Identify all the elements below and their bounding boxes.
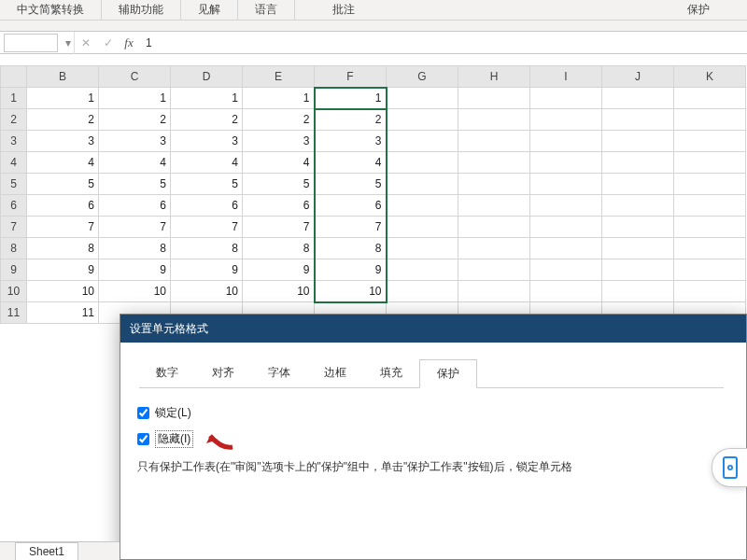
- col-header-J[interactable]: J: [602, 66, 674, 88]
- locked-checkbox[interactable]: [137, 407, 149, 419]
- cell-I1[interactable]: [530, 88, 602, 109]
- cell-D6[interactable]: 6: [171, 195, 243, 217]
- tab-alignment[interactable]: 对齐: [195, 359, 251, 387]
- cell-H3[interactable]: [458, 131, 530, 152]
- cell-F7[interactable]: 7: [315, 217, 387, 238]
- cell-C8[interactable]: 8: [99, 238, 171, 259]
- cell-H2[interactable]: [458, 109, 530, 131]
- cell-F9[interactable]: 9: [315, 259, 387, 281]
- cell-E1[interactable]: 1: [243, 88, 315, 109]
- cancel-formula-icon[interactable]: ✕: [75, 32, 97, 54]
- row-header-8[interactable]: 8: [1, 238, 27, 259]
- row-header-2[interactable]: 2: [1, 109, 27, 131]
- cell-J10[interactable]: [602, 281, 674, 302]
- cell-B2[interactable]: 2: [27, 109, 99, 131]
- cell-E2[interactable]: 2: [243, 109, 315, 131]
- cell-D3[interactable]: 3: [171, 131, 243, 152]
- ribbon-tab-protect[interactable]: 保护: [650, 0, 747, 20]
- ribbon-tab-insights[interactable]: 见解: [181, 0, 238, 20]
- cell-D1[interactable]: 1: [171, 88, 243, 109]
- cell-B7[interactable]: 7: [27, 217, 99, 238]
- cell-K6[interactable]: [674, 195, 746, 217]
- cell-F8[interactable]: 8: [315, 238, 387, 259]
- cell-B10[interactable]: 10: [27, 281, 99, 302]
- cell-B11[interactable]: 11: [27, 302, 99, 324]
- ribbon-tab-cnconv[interactable]: 中文简繁转换: [0, 0, 102, 20]
- cell-E8[interactable]: 8: [243, 238, 315, 259]
- select-all-corner[interactable]: [1, 66, 27, 88]
- cell-J6[interactable]: [602, 195, 674, 217]
- cell-I7[interactable]: [530, 217, 602, 238]
- tab-fill[interactable]: 填充: [363, 359, 419, 387]
- cell-F3[interactable]: 3: [315, 131, 387, 152]
- cell-K1[interactable]: [674, 88, 746, 109]
- cell-B5[interactable]: 5: [27, 174, 99, 195]
- row-header-1[interactable]: 1: [1, 88, 27, 109]
- spreadsheet-grid[interactable]: BCDEFGHIJK 11111122222233333344444455555…: [0, 65, 747, 324]
- hidden-checkbox-row[interactable]: 隐藏(I): [137, 430, 733, 448]
- formula-input[interactable]: 1: [138, 32, 747, 54]
- col-header-G[interactable]: G: [387, 66, 458, 88]
- cell-I10[interactable]: [530, 281, 602, 302]
- row-header-11[interactable]: 11: [1, 302, 27, 324]
- cell-J4[interactable]: [602, 152, 674, 174]
- cell-K8[interactable]: [674, 238, 746, 259]
- cell-G5[interactable]: [387, 174, 458, 195]
- name-box-dropdown[interactable]: ▾: [62, 32, 75, 54]
- cell-G2[interactable]: [387, 109, 458, 131]
- cell-J9[interactable]: [602, 259, 674, 281]
- cell-H6[interactable]: [458, 195, 530, 217]
- cell-F5[interactable]: 5: [315, 174, 387, 195]
- cell-G6[interactable]: [387, 195, 458, 217]
- cell-G8[interactable]: [387, 238, 458, 259]
- cell-H1[interactable]: [458, 88, 530, 109]
- row-header-5[interactable]: 5: [1, 174, 27, 195]
- cell-F6[interactable]: 6: [315, 195, 387, 217]
- tab-border[interactable]: 边框: [307, 359, 363, 387]
- col-header-D[interactable]: D: [171, 66, 243, 88]
- col-header-C[interactable]: C: [99, 66, 171, 88]
- cell-B4[interactable]: 4: [27, 152, 99, 174]
- cell-B3[interactable]: 3: [27, 131, 99, 152]
- col-header-H[interactable]: H: [458, 66, 530, 88]
- fx-icon[interactable]: fx: [120, 35, 138, 50]
- cell-D7[interactable]: 7: [171, 217, 243, 238]
- cell-H7[interactable]: [458, 217, 530, 238]
- hidden-checkbox[interactable]: [137, 433, 149, 445]
- cell-E10[interactable]: 10: [243, 281, 315, 302]
- cell-J2[interactable]: [602, 109, 674, 131]
- cell-E5[interactable]: 5: [243, 174, 315, 195]
- cell-C2[interactable]: 2: [99, 109, 171, 131]
- cell-J5[interactable]: [602, 174, 674, 195]
- ribbon-tab-accessibility[interactable]: 辅助功能: [102, 0, 181, 20]
- locked-checkbox-row[interactable]: 锁定(L): [137, 405, 733, 421]
- cell-G9[interactable]: [387, 259, 458, 281]
- cell-D2[interactable]: 2: [171, 109, 243, 131]
- cell-C1[interactable]: 1: [99, 88, 171, 109]
- cell-B1[interactable]: 1: [27, 88, 99, 109]
- ribbon-tab-language[interactable]: 语言: [238, 0, 295, 20]
- cell-G3[interactable]: [387, 131, 458, 152]
- cell-K5[interactable]: [674, 174, 746, 195]
- cell-B6[interactable]: 6: [27, 195, 99, 217]
- cell-C10[interactable]: 10: [99, 281, 171, 302]
- cell-G10[interactable]: [387, 281, 458, 302]
- cell-K2[interactable]: [674, 109, 746, 131]
- cell-I5[interactable]: [530, 174, 602, 195]
- cell-E9[interactable]: 9: [243, 259, 315, 281]
- sheet-tab-sheet1[interactable]: Sheet1: [15, 542, 78, 560]
- cell-H10[interactable]: [458, 281, 530, 302]
- cell-J1[interactable]: [602, 88, 674, 109]
- cell-J8[interactable]: [602, 238, 674, 259]
- cell-C7[interactable]: 7: [99, 217, 171, 238]
- cell-I6[interactable]: [530, 195, 602, 217]
- cell-D9[interactable]: 9: [171, 259, 243, 281]
- cell-K9[interactable]: [674, 259, 746, 281]
- cell-I3[interactable]: [530, 131, 602, 152]
- cell-C9[interactable]: 9: [99, 259, 171, 281]
- cell-C4[interactable]: 4: [99, 152, 171, 174]
- cell-G4[interactable]: [387, 152, 458, 174]
- cell-K10[interactable]: [674, 281, 746, 302]
- cell-D4[interactable]: 4: [171, 152, 243, 174]
- cell-B8[interactable]: 8: [27, 238, 99, 259]
